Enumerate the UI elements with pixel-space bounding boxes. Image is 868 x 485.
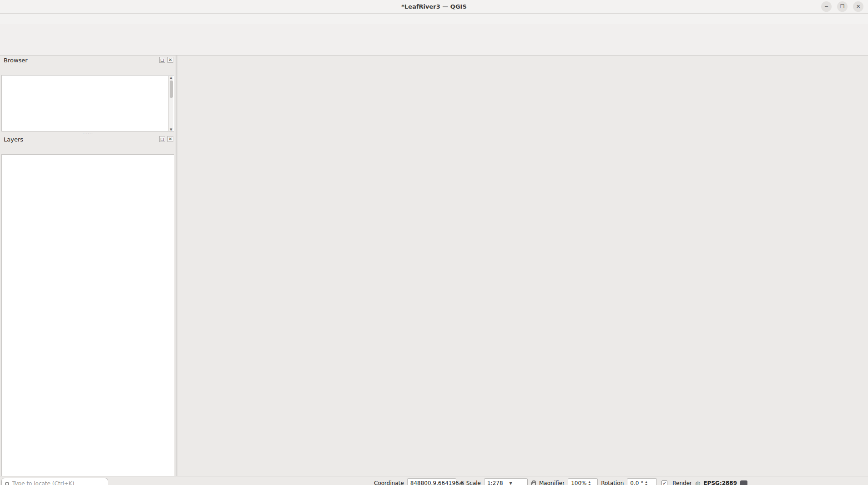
spinner-arrows-icon[interactable]: ▲▼ (588, 480, 590, 485)
minimize-button[interactable]: ─ (821, 1, 832, 12)
extents-toggle-icon[interactable]: ⌖ (459, 480, 463, 485)
status-bar: Type to locate (Ctrl+K) Coordinate 84880… (0, 476, 868, 485)
magnifier-spinbox[interactable]: 100% ▲▼ (568, 478, 598, 485)
coordinate-label: Coordinate (374, 480, 404, 485)
rotation-spinbox[interactable]: 0.0 ° ▲▼ (627, 478, 657, 485)
browser-float-icon[interactable]: ◻ (159, 57, 165, 63)
panel-splitter[interactable]: ······ (0, 131, 176, 135)
scroll-down-icon[interactable]: ▼ (170, 128, 172, 131)
layers-tree (1, 154, 174, 479)
browser-close-icon[interactable]: ✕ (167, 57, 173, 63)
chevron-down-icon: ▼ (510, 481, 512, 485)
locate-placeholder: Type to locate (Ctrl+K) (12, 480, 74, 485)
locate-search-input[interactable]: Type to locate (Ctrl+K) (1, 478, 108, 485)
lock-scale-icon[interactable] (531, 482, 536, 485)
window-controls: ─ ❐ ✕ (821, 1, 863, 12)
close-button[interactable]: ✕ (853, 1, 863, 12)
rotation-label: Rotation (601, 480, 624, 485)
layers-toolbar (0, 144, 176, 154)
crs-globe-icon: ◍ (695, 480, 700, 485)
statusbar-controls: Coordinate 848800.9,664196.6 ⌖ Scale 1:2… (374, 478, 747, 485)
magnifier-label: Magnifier (539, 480, 565, 485)
restore-button[interactable]: ❐ (837, 1, 848, 12)
map-canvas[interactable] (177, 58, 868, 476)
browser-toolbar (0, 65, 176, 75)
search-icon (5, 482, 9, 485)
render-checkbox[interactable]: ✓ (661, 480, 667, 485)
crs-status[interactable]: EPSG:2889 (703, 480, 737, 485)
browser-panel-title-label: Browser (4, 57, 28, 64)
menu-bar (0, 14, 868, 24)
toolbar-row-2 (0, 39, 868, 55)
scale-label: Scale (466, 480, 481, 485)
browser-panel-title: Browser ◻ ✕ (0, 56, 176, 65)
title-bar: *LeafRiver3 — QGIS ─ ❐ ✕ (0, 0, 868, 14)
toolbars (0, 24, 868, 56)
browser-tree: ▲ ▼ (1, 75, 174, 131)
messages-icon[interactable] (740, 480, 747, 485)
layers-panel-title: Layers ◻ ✕ (0, 135, 176, 144)
coordinate-input[interactable]: 848800.9,664196.6 (407, 478, 456, 485)
layers-panel-title-label: Layers (4, 136, 23, 143)
scroll-thumb[interactable] (170, 81, 173, 98)
left-dock: Browser ◻ ✕ ▲ ▼ ······ Layers ◻ ✕ (0, 56, 176, 476)
scroll-up-icon[interactable]: ▲ (170, 76, 172, 80)
spinner-arrows-icon[interactable]: ▲▼ (645, 480, 647, 485)
scale-combobox[interactable]: 1:278▼ (484, 478, 528, 485)
layers-float-icon[interactable]: ◻ (159, 136, 165, 142)
layers-close-icon[interactable]: ✕ (167, 136, 173, 142)
window-title: *LeafRiver3 — QGIS (401, 3, 467, 10)
render-label: Render (672, 480, 692, 485)
toolbar-row-1 (0, 24, 868, 39)
browser-scrollbar[interactable]: ▲ ▼ (168, 76, 173, 131)
